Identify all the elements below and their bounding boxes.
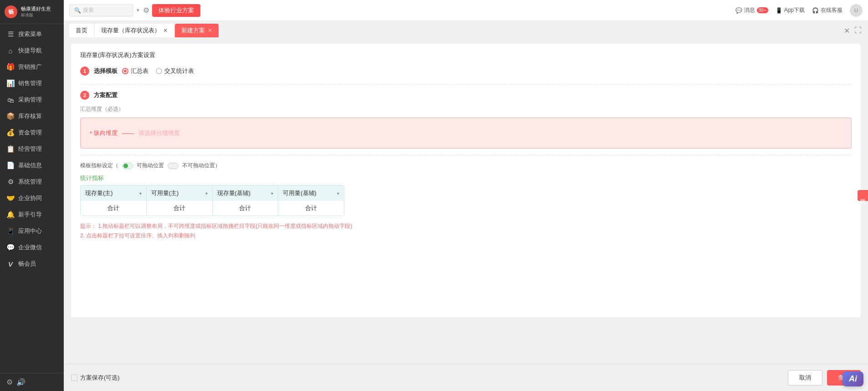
not-draggable-label: 不可拖动位置） [182,162,220,170]
radio-cross[interactable]: 交叉统计表 [156,67,194,75]
page-title: 现存量(库存状况表)方案设置 [80,51,852,59]
sidebar-item-operations[interactable]: 📋 经营管理 [0,141,64,157]
marketing-icon: 🎁 [6,63,15,71]
app-edition: 标准版 [21,12,51,18]
radio-summary-circle [122,68,128,74]
app-download-btn[interactable]: 📱 App下载 [776,6,805,14]
divider-1 [80,84,852,84]
tabs-right-controls: ✕ ⛶ [843,26,863,36]
tab-inventory-label: 现存量（库存状况表） [101,26,160,35]
stats-table: 现存量(主) ▾ 可用量(主) ▾ 现存量(基辅) ▾ [80,185,344,216]
stats-body-2: 合计 [213,201,279,216]
template-radio-group: 汇总表 交叉统计表 [122,67,194,75]
industry-btn[interactable]: 体验行业方案 [152,4,200,17]
cancel-button[interactable]: 取消 [788,370,822,386]
col-1-chevron[interactable]: ▾ [205,191,208,196]
member-icon: V [6,260,15,268]
app-name: 畅康通好生意 [21,5,51,12]
sidebar-item-member[interactable]: V 畅会员 [0,256,64,272]
sidebar-item-search-menu[interactable]: ☰ 搜索菜单 [0,26,64,42]
search-icon: 🔍 [74,7,81,14]
sidebar-item-sales[interactable]: 📊 销售管理 [0,75,64,92]
right-edge-tab[interactable]: 顾问 [858,190,868,201]
sidebar-item-purchase[interactable]: 🛍 采购管理 [0,92,64,108]
step2-header: 2 方案配置 [80,91,852,100]
topbar-left: 🔍 搜索 ▼ ⚙ 体验行业方案 [69,4,732,17]
draggable-toggle[interactable] [122,163,133,169]
topbar-gear-icon[interactable]: ⚙ [143,6,149,15]
col-2-label: 现存量(基辅) [217,189,251,197]
col-3-label: 可用量(基辅) [283,189,317,197]
col-0-chevron[interactable]: ▾ [139,191,142,196]
stats-body-1: 合计 [147,201,213,216]
sidebar-item-wechat[interactable]: 💬 企业微信 [0,239,64,256]
tabs-bar: 首页 现存量（库存状况表） ✕ 新建方案 ✕ ✕ ⛶ [64,21,868,37]
sidebar-item-label: 系统管理 [18,178,42,186]
stats-section: 统计指标 现存量(主) ▾ 可用量(主) ▾ [80,174,852,216]
radio-summary[interactable]: 汇总表 [122,67,148,75]
col-0-label: 现存量(主) [85,189,113,197]
sidebar-item-label: 库存核算 [18,112,42,120]
sidebar-bottom: ⚙ 🔊 [0,373,64,391]
online-service-btn[interactable]: 🎧 在线客服 [812,6,842,14]
expand-icon[interactable]: ⛶ [853,26,863,36]
app-logo: 畅 [5,5,17,18]
close-panel-icon[interactable]: ✕ [843,26,851,36]
indicator-settings-row: 模板指标设定（ 可拖动位置 不可拖动位置） [80,162,852,170]
save-option: 方案保存(可选) [71,374,120,382]
basic-icon: 📄 [6,161,15,170]
sidebar-item-label: 营销推广 [18,63,42,71]
sidebar-item-company[interactable]: 🤝 企业协同 [0,190,64,206]
tab-inventory-close-icon[interactable]: ✕ [163,27,168,34]
sidebar-item-newbie[interactable]: 🔔 新手引导 [0,206,64,223]
tip-1: 2. 点击标题栏下拉可设置排序、插入列和删除列 [80,232,852,240]
sidebar-item-basic[interactable]: 📄 基础信息 [0,157,64,174]
settings-icon[interactable]: ⚙ [6,378,13,386]
dropdown-icon[interactable]: ▼ [136,8,140,13]
draggable-label: 可拖动位置 [137,162,164,170]
tab-inventory-status[interactable]: 现存量（库存状况表） ✕ [95,24,174,37]
search-bar[interactable]: 🔍 搜索 [69,4,133,16]
message-btn[interactable]: 💬 消息 99+ [735,6,768,14]
message-badge: 99+ [757,7,768,13]
ai-badge[interactable]: Ai [842,371,863,386]
sidebar-item-finance[interactable]: 💰 资金管理 [0,124,64,141]
col-2-chevron[interactable]: ▾ [271,191,273,196]
page-card: 现存量(库存状况表)方案设置 1 选择模板 汇总表 交叉统计表 [71,44,861,317]
message-icon: 💬 [735,7,742,14]
sidebar-item-label: 快捷导航 [18,46,42,55]
company-icon: 🤝 [6,194,15,202]
stats-col-header-0[interactable]: 现存量(主) ▾ [81,185,147,201]
sidebar-item-inventory[interactable]: 📦 库存核算 [0,108,64,124]
sidebar-item-marketing[interactable]: 🎁 营销推广 [0,59,64,75]
col-3-chevron[interactable]: ▾ [337,191,339,196]
step1-header: 1 选择模板 汇总表 交叉统计表 [80,67,852,76]
stats-col-header-1[interactable]: 可用量(主) ▾ [147,185,213,201]
save-label: 方案保存(可选) [80,374,120,382]
indicator-settings-label: 模板指标设定（ [80,162,118,170]
sidebar: 畅 畅康通好生意 标准版 ☰ 搜索菜单 ⌂ 快捷导航 🎁 营销推广 📊 销售管理… [0,0,64,391]
toggle-dot [123,164,128,168]
speaker-icon[interactable]: 🔊 [16,378,26,386]
sidebar-item-label: 基础信息 [18,161,42,170]
sidebar-item-apps[interactable]: 📱 应用中心 [0,223,64,239]
sidebar-item-label: 应用中心 [18,227,42,235]
topbar-right: 💬 消息 99+ 📱 App下载 🎧 在线客服 U [735,4,863,17]
quick-nav-icon: ⌂ [6,47,15,55]
tab-new-scheme-close-icon[interactable]: ✕ [208,27,212,34]
save-checkbox[interactable] [71,375,77,381]
sidebar-item-quick-nav[interactable]: ⌂ 快捷导航 [0,42,64,59]
sidebar-item-label: 畅会员 [18,260,36,268]
sidebar-item-system[interactable]: ⚙ 系统管理 [0,174,64,190]
tab-home[interactable]: 首页 [69,24,94,37]
radio-cross-circle [156,68,162,74]
vertical-dim-box[interactable]: * 纵向维度 —— 请选择分组维度 [80,118,852,149]
stats-col-header-3[interactable]: 可用量(基辅) ▾ [278,185,344,201]
operations-icon: 📋 [6,145,15,153]
radio-cross-label: 交叉统计表 [164,67,194,75]
user-avatar[interactable]: U [850,4,863,17]
purchase-icon: 🛍 [6,96,15,104]
tab-new-scheme[interactable]: 新建方案 ✕ [175,24,219,37]
stats-col-header-2[interactable]: 现存量(基辅) ▾ [213,185,279,201]
sales-icon: 📊 [6,79,15,87]
